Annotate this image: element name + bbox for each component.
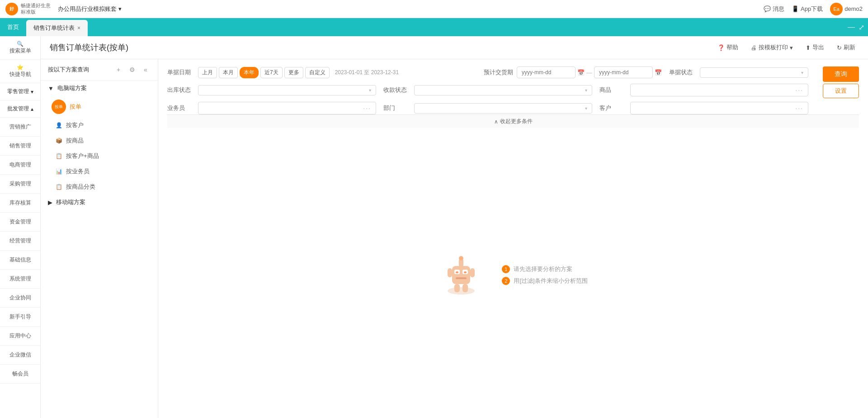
shipment-select[interactable]: ▾ bbox=[198, 85, 376, 95]
tab-maximize-button[interactable]: ⤢ bbox=[859, 23, 864, 32]
expected-date-from[interactable] bbox=[517, 66, 576, 78]
salesman-scheme-icon: 📊 bbox=[55, 168, 62, 175]
chevron-up-icon: ▴ bbox=[31, 106, 33, 112]
scheme-item-salesman[interactable]: 📊 按业务员 bbox=[41, 164, 158, 179]
left-panel: 按以下方案查询 + ⚙ « ▼ 电脑端方案 按单 按单 👤 bbox=[41, 59, 158, 418]
scheme-item-customer[interactable]: 👤 按客户 bbox=[41, 118, 158, 133]
payment-select[interactable]: ▾ bbox=[414, 85, 592, 95]
sidebar-item-purchase[interactable]: 采购管理 bbox=[0, 175, 40, 194]
date-btn-7days[interactable]: 近7天 bbox=[260, 67, 283, 78]
goods-label: 商品 bbox=[599, 86, 627, 94]
sidebar-item-wholesale[interactable]: 批发管理 ▴ bbox=[0, 100, 40, 118]
tab-minimize-button[interactable]: — bbox=[848, 23, 855, 31]
export-icon: ⬆ bbox=[806, 44, 811, 51]
sidebar: 🔍 搜索菜单 ⭐ 快捷导航 零售管理 ▾ 批发管理 ▴ 营销推广 销售管理 电商… bbox=[0, 36, 41, 418]
expected-date-label: 预计交货期 bbox=[484, 68, 513, 76]
svg-rect-12 bbox=[462, 284, 468, 292]
empty-state-illustration bbox=[439, 252, 484, 298]
customer-input[interactable]: ··· bbox=[630, 102, 808, 114]
sidebar-item-inventory[interactable]: 库存核算 bbox=[0, 194, 40, 213]
salesman-input[interactable]: ··· bbox=[198, 102, 376, 114]
dept-dropdown-icon: ▾ bbox=[585, 106, 587, 111]
left-panel-title: 按以下方案查询 bbox=[48, 66, 110, 74]
step-1-number: 1 bbox=[502, 265, 510, 273]
app-selector[interactable]: 办公用品行业模拟账套 ▾ bbox=[54, 3, 125, 15]
scheme-item-goods[interactable]: 📦 按商品 bbox=[41, 133, 158, 148]
sidebar-item-system[interactable]: 系统管理 bbox=[0, 270, 40, 289]
avatar: Ea bbox=[830, 3, 843, 15]
goods-dots: ··· bbox=[795, 86, 803, 94]
mobile-scheme-group[interactable]: ▶ 移动端方案 bbox=[41, 195, 158, 210]
export-button[interactable]: ⬆ 导出 bbox=[802, 42, 828, 53]
message-icon: 💬 bbox=[764, 5, 771, 12]
sidebar-item-ecommerce[interactable]: 电商管理 bbox=[0, 156, 40, 175]
scheme-settings-button[interactable]: ⚙ bbox=[127, 65, 137, 75]
dept-label: 部门 bbox=[383, 104, 410, 112]
date-btn-custom[interactable]: 自定义 bbox=[305, 67, 330, 78]
step-2-number: 2 bbox=[502, 277, 510, 285]
home-tab[interactable]: 首页 bbox=[0, 18, 26, 36]
sidebar-item-member[interactable]: 畅会员 bbox=[0, 365, 40, 384]
scheme-item-customer-goods[interactable]: 📋 按客户+商品 bbox=[41, 148, 158, 164]
help-button[interactable]: ❓ 帮助 bbox=[714, 42, 742, 53]
status-select[interactable]: ▾ bbox=[700, 67, 808, 78]
customer-goods-scheme-icon: 📋 bbox=[55, 152, 62, 160]
top-bar-right: 💬 消息 📱 App下载 Ea demo2 bbox=[764, 3, 863, 15]
sidebar-item-retail[interactable]: 零售管理 ▾ bbox=[0, 83, 40, 100]
date-separator: — bbox=[586, 69, 592, 76]
sidebar-search[interactable]: 🔍 搜索菜单 bbox=[0, 36, 40, 60]
print-dropdown-icon: ▾ bbox=[790, 44, 793, 51]
dropdown-icon: ▾ bbox=[118, 5, 122, 12]
panel-collapse-button[interactable]: « bbox=[141, 65, 151, 75]
app-download-button[interactable]: 📱 App下载 bbox=[792, 5, 823, 13]
goods-input[interactable]: ··· bbox=[630, 84, 808, 96]
tab-close-icon[interactable]: × bbox=[77, 25, 80, 31]
content-area: 销售订单统计表(按单) ❓ 帮助 🖨 按模板打印 ▾ ⬆ 导出 ↻ 刷新 bbox=[41, 36, 868, 418]
calendar-icon-2: 📅 bbox=[655, 69, 662, 76]
expected-date-to[interactable] bbox=[594, 66, 653, 78]
status-label: 单据状态 bbox=[669, 68, 696, 76]
page-title: 销售订单统计表(按单) bbox=[50, 42, 128, 53]
desktop-scheme-group[interactable]: ▼ 电脑端方案 bbox=[41, 81, 158, 96]
scheme-item-goods-category[interactable]: 📋 按商品分类 bbox=[41, 179, 158, 195]
date-btn-this-year[interactable]: 本年 bbox=[240, 67, 259, 78]
customer-dots: ··· bbox=[795, 104, 803, 112]
goods-category-scheme-icon: 📋 bbox=[55, 183, 62, 190]
collapse-button[interactable]: ∧ 收起更多条件 bbox=[167, 114, 859, 128]
active-scheme-item[interactable]: 按单 按单 bbox=[41, 96, 158, 118]
date-btn-this-month[interactable]: 本月 bbox=[219, 67, 238, 78]
sidebar-item-appstore[interactable]: 应用中心 bbox=[0, 327, 40, 346]
sidebar-item-wechat[interactable]: 企业微信 bbox=[0, 346, 40, 365]
left-panel-header: 按以下方案查询 + ⚙ « bbox=[41, 59, 158, 81]
logo-icon: 好 bbox=[5, 3, 18, 15]
sidebar-item-newbie[interactable]: 新手引导 bbox=[0, 308, 40, 327]
sidebar-item-basic-info[interactable]: 基础信息 bbox=[0, 251, 40, 270]
sidebar-item-marketing[interactable]: 营销推广 bbox=[0, 118, 40, 137]
filter-area: 单据日期 上月 本月 本年 近7天 更多 自定义 bbox=[158, 59, 868, 132]
svg-point-0 bbox=[448, 287, 475, 294]
print-button[interactable]: 🖨 按模板打印 ▾ bbox=[747, 42, 797, 53]
message-button[interactable]: 💬 消息 bbox=[764, 5, 784, 13]
svg-rect-4 bbox=[456, 271, 458, 273]
refresh-button[interactable]: ↻ 刷新 bbox=[833, 42, 859, 53]
dept-select[interactable]: ▾ bbox=[414, 103, 592, 114]
shipment-label: 出库状态 bbox=[167, 86, 194, 94]
svg-point-8 bbox=[459, 256, 463, 261]
sidebar-item-finance[interactable]: 资金管理 bbox=[0, 213, 40, 232]
sidebar-item-enterprise[interactable]: 企业协同 bbox=[0, 289, 40, 308]
scheme-label: 按单 bbox=[70, 103, 81, 111]
settings-button[interactable]: 设置 bbox=[823, 84, 859, 98]
svg-rect-10 bbox=[470, 268, 475, 277]
sidebar-item-operations[interactable]: 经营管理 bbox=[0, 232, 40, 251]
add-scheme-button[interactable]: + bbox=[113, 65, 123, 75]
search-icon: 🔍 bbox=[4, 41, 37, 47]
sales-order-tab[interactable]: 销售订单统计表 × bbox=[26, 20, 88, 36]
customer-scheme-icon: 👤 bbox=[55, 122, 62, 129]
sidebar-item-sales[interactable]: 销售管理 bbox=[0, 137, 40, 156]
sidebar-shortcut[interactable]: ⭐ 快捷导航 bbox=[0, 60, 40, 83]
date-btn-more[interactable]: 更多 bbox=[284, 67, 303, 78]
query-button[interactable]: 查询 bbox=[823, 66, 859, 82]
user-menu[interactable]: Ea demo2 bbox=[830, 3, 863, 15]
tab-bar-actions: — ⤢ bbox=[848, 23, 864, 32]
date-btn-last-month[interactable]: 上月 bbox=[198, 67, 217, 78]
